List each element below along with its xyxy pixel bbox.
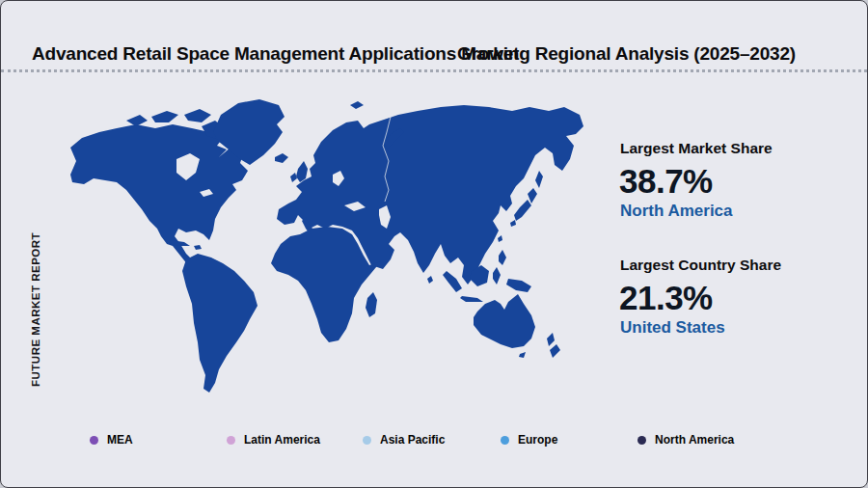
legend-item-europe: Europe (501, 433, 557, 447)
legend-label-latin-america: Latin America (244, 433, 320, 447)
legend-item-latin-america: Latin America (227, 433, 320, 447)
largest-country-share-value: 21.3% (619, 279, 713, 317)
legend-dot-north-america (637, 436, 646, 445)
largest-market-share-label: Largest Market Share (620, 140, 773, 157)
world-landmass (70, 99, 583, 393)
legend-item-mea: MEA (90, 433, 133, 447)
legend-label-mea: MEA (107, 433, 133, 447)
legend-label-europe: Europe (518, 433, 557, 447)
legend-dot-mea (90, 436, 98, 445)
dotted-divider (1, 69, 867, 72)
legend-dot-europe (501, 436, 509, 445)
largest-market-share-region: North America (620, 202, 733, 221)
legend-item-north-america: North America (637, 433, 734, 447)
report-card: Advanced Retail Space Management Applica… (0, 0, 868, 488)
legend-dot-asia-pacific (363, 436, 371, 445)
world-map-svg (59, 84, 599, 408)
legend-item-asia-pacific: Asia Pacific (363, 433, 445, 447)
world-map (59, 84, 599, 408)
largest-country-share-label: Largest Country Share (620, 257, 781, 274)
legend-label-asia-pacific: Asia Pacific (380, 433, 445, 447)
brand-vertical-label: FUTURE MARKET REPORT (30, 221, 41, 398)
title-market-name: Advanced Retail Space Management Applica… (32, 43, 519, 65)
largest-country-share-region: United States (620, 318, 725, 338)
legend-dot-latin-america (227, 436, 235, 445)
title-analysis-range: Growing Regional Analysis (2025–2032) (457, 43, 796, 65)
largest-market-share-value: 38.7% (619, 162, 713, 201)
legend-label-north-america: North America (655, 433, 734, 447)
